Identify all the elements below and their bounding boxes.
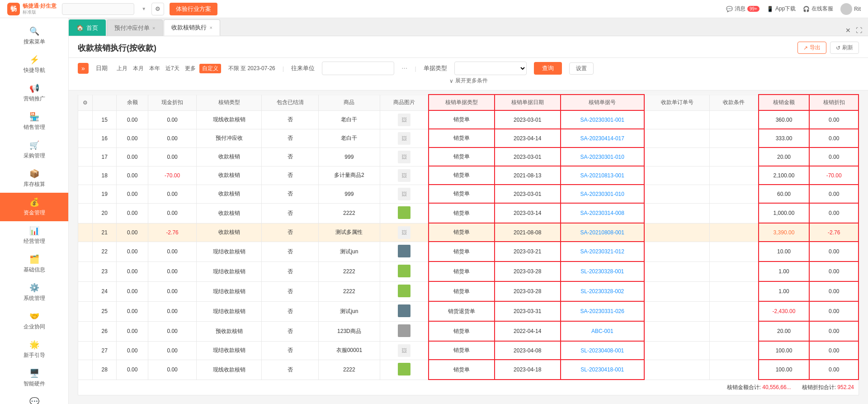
cell-bill-no[interactable]: SL-20230328-002 — [561, 281, 644, 301]
export-button[interactable]: ↗ 导出 — [797, 42, 826, 54]
sidebar-item-finance[interactable]: 💰 资金管理 — [0, 193, 68, 221]
sidebar-item-purchase[interactable]: 🛒 采购管理 — [0, 136, 68, 164]
from-unit-input[interactable] — [322, 62, 394, 75]
user-profile-btn[interactable]: Rit — [840, 3, 861, 15]
cell-bill-no[interactable]: SL-20230408-001 — [561, 341, 644, 360]
cell-verify-discount: 0.00 — [809, 321, 859, 341]
cell-cash-discount: 0.00 — [148, 110, 197, 129]
app-download-btn[interactable]: 📱 App下载 — [767, 5, 796, 13]
sidebar-item-marketing[interactable]: 📢 营销推广 — [0, 79, 68, 107]
th-bill-no: 核销单据号 — [561, 95, 644, 110]
cell-seq: 27 — [93, 341, 117, 360]
cell-bill-no[interactable]: SA-20210813-001 — [561, 166, 644, 185]
th-receipt-order-no: 收款单订单号 — [644, 95, 710, 110]
sidebar-item-inventory[interactable]: 📦 库存核算 — [0, 164, 68, 193]
bill-no-link[interactable]: SL-20230418-001 — [580, 366, 624, 373]
sidebar-item-hardware[interactable]: 🖥️ 智能硬件 — [0, 364, 68, 392]
sidebar-item-system[interactable]: ⚙️ 系统管理 — [0, 278, 68, 307]
sidebar-item-label: 采购管理 — [24, 152, 45, 160]
th-goods-img: 商品图片 — [380, 95, 429, 110]
bill-no-link[interactable]: ABC-001 — [591, 328, 613, 334]
cell-verify-amount: 100.00 — [759, 341, 810, 360]
settings-icon-btn[interactable]: ⚙ — [151, 3, 164, 15]
sidebar-item-business[interactable]: 📊 经营管理 — [0, 221, 68, 250]
sidebar-item-wechat[interactable]: 💬 企业微信 — [0, 392, 68, 404]
date-btn-7days[interactable]: 近7天 — [164, 64, 181, 73]
cell-bill-no[interactable]: SA-20210808-001 — [561, 223, 644, 242]
bill-no-link[interactable]: SA-20210808-001 — [580, 229, 624, 236]
table-container[interactable]: ⚙ 余额 现金折扣 核销类型 包含已结清 商品 商品图片 核销单据类型 核销单据… — [69, 90, 868, 404]
cell-bill-no[interactable]: SA-20230301-010 — [561, 185, 644, 203]
sidebar: 🔍 搜索菜单 ⚡ 快捷导航 📢 营销推广 🏪 销售管理 🛒 采购管理 📦 库存核… — [0, 18, 69, 404]
bill-no-link[interactable]: SA-20230301-010 — [580, 154, 624, 160]
expand-more-conditions-button[interactable]: ∨ 展开更多条件 — [449, 77, 488, 85]
th-settings[interactable]: ⚙ — [78, 95, 93, 110]
bill-no-link[interactable]: SA-20230301-010 — [580, 191, 624, 197]
cell-settings — [78, 110, 93, 129]
cell-bill-no[interactable]: SA-20230314-008 — [561, 203, 644, 223]
query-button[interactable]: 查询 — [534, 62, 562, 75]
sidebar-item-nav[interactable]: ⚡ 快捷导航 — [0, 50, 68, 79]
cell-bill-no[interactable]: SA-20230301-001 — [561, 110, 644, 129]
top-search-input[interactable] — [62, 3, 134, 15]
date-btn-last-month[interactable]: 上月 — [115, 64, 129, 73]
bill-no-link[interactable]: SL-20230408-001 — [580, 347, 624, 354]
lightning-icon: ⚡ — [29, 55, 39, 65]
bill-type-select[interactable] — [454, 62, 527, 75]
sidebar-item-label: 销售管理 — [24, 124, 45, 131]
cell-receipt-condition — [710, 242, 759, 261]
bill-no-link[interactable]: SA-20230331-026 — [580, 308, 624, 314]
cell-goods: 123D商品 — [318, 321, 380, 341]
date-btn-this-year[interactable]: 本年 — [147, 64, 162, 73]
tab-home[interactable]: 🏠 首页 — [69, 19, 106, 36]
th-bill-type: 核销单据类型 — [429, 95, 495, 110]
wechat-icon: 💬 — [29, 397, 39, 404]
cell-goods: 多计量商品2 — [318, 166, 380, 185]
sidebar-item-basic[interactable]: 🗂️ 基础信息 — [0, 250, 68, 278]
cell-bill-no[interactable]: SA-20230414-017 — [561, 129, 644, 147]
cell-bill-no[interactable]: SA-20230321-012 — [561, 242, 644, 261]
tab-expand-icon[interactable]: ⛶ — [854, 25, 864, 36]
online-service-btn[interactable]: 🎧 在线客服 — [803, 5, 833, 13]
bill-no-link[interactable]: SA-20210813-001 — [580, 172, 624, 179]
tab-collection-close-icon[interactable]: × — [209, 25, 212, 30]
cell-bill-no[interactable]: SL-20230418-001 — [561, 360, 644, 380]
cell-receipt-condition — [710, 129, 759, 147]
dropdown-chevron-icon[interactable]: ▼ — [142, 6, 146, 11]
tab-collection[interactable]: 收款核销执行 × — [164, 19, 220, 36]
sidebar-item-sales[interactable]: 🏪 销售管理 — [0, 107, 68, 136]
cell-verify-discount: 0.00 — [809, 360, 859, 380]
cell-bill-no[interactable]: SL-20230328-001 — [561, 261, 644, 281]
th-bill-date: 核销单据日期 — [495, 95, 561, 110]
cell-goods-img: 🖼 — [380, 185, 429, 203]
column-settings-button[interactable]: 设置 — [569, 62, 594, 75]
sidebar-item-guide[interactable]: 🌟 新手引导 — [0, 335, 68, 364]
cell-bill-type: 销货单 — [429, 281, 495, 301]
cell-included: 否 — [262, 341, 319, 360]
bill-no-link[interactable]: SA-20230321-012 — [580, 248, 624, 255]
date-btn-custom[interactable]: 自定义 — [199, 64, 221, 73]
bill-no-link[interactable]: SA-20230301-001 — [580, 117, 624, 123]
bill-no-link[interactable]: SA-20230314-008 — [580, 210, 624, 216]
cell-bill-no[interactable]: SA-20230301-010 — [561, 147, 644, 166]
cell-bill-no[interactable]: SA-20230331-026 — [561, 301, 644, 321]
bill-no-link[interactable]: SL-20230328-001 — [580, 268, 624, 275]
industry-solution-button[interactable]: 体验行业方案 — [170, 3, 217, 15]
tab-close-all-icon[interactable]: ✕ — [843, 25, 854, 36]
cell-bill-no[interactable]: ABC-001 — [561, 321, 644, 341]
refresh-button[interactable]: ↺ 刷新 — [830, 42, 859, 54]
bill-no-link[interactable]: SL-20230328-002 — [580, 288, 624, 295]
date-btn-more[interactable]: 更多 — [183, 64, 198, 73]
sidebar-item-search[interactable]: 🔍 搜索菜单 — [0, 22, 68, 50]
tab-prepay-close-icon[interactable]: × — [152, 25, 155, 31]
cell-seq: 22 — [93, 242, 117, 261]
messages-btn[interactable]: 💬 消息 99+ — [726, 5, 760, 13]
sidebar-item-enterprise[interactable]: 🤝 企业协同 — [0, 307, 68, 335]
th-goods: 商品 — [318, 95, 380, 110]
date-btn-this-month[interactable]: 本月 — [131, 64, 146, 73]
bill-no-link[interactable]: SA-20230414-017 — [580, 135, 624, 142]
table-row: 170.000.00收款核销否999🖼销货单2023-03-01SA-20230… — [78, 147, 859, 166]
filter-toggle-button[interactable]: » — [78, 63, 89, 74]
cell-verify-amount: 10.00 — [759, 242, 810, 261]
tab-prepay[interactable]: 预付冲应付单 × — [107, 19, 163, 36]
